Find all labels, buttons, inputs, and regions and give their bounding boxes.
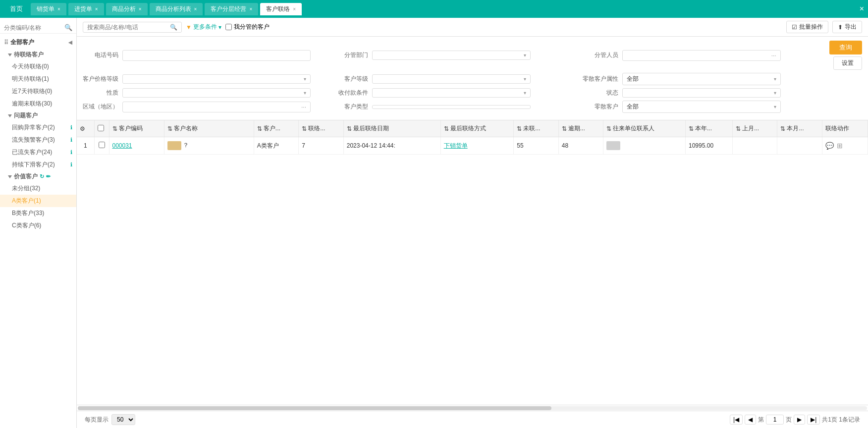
filter-person-select[interactable]: ··· [622, 50, 781, 61]
sidebar-a-class[interactable]: A类客户(1) [0, 195, 76, 207]
sidebar-declining[interactable]: 持续下滑客户(2) ℹ [0, 159, 76, 171]
prev-page-button[interactable]: ◀ [745, 415, 756, 425]
per-page-select[interactable]: 50 [111, 414, 135, 425]
nav-tab-analysis-close[interactable]: × [139, 6, 142, 12]
cell-last-method[interactable]: 下销货单 [440, 137, 514, 155]
col-checkbox-header[interactable] [94, 120, 109, 137]
sidebar-week-pending[interactable]: 近7天待联络(0) [0, 85, 76, 98]
sidebar-ungrouped[interactable]: 未分组(32) [0, 182, 76, 195]
col-not-contacted-header[interactable]: ⇅ 未联... [514, 120, 558, 137]
scrollbar-track[interactable] [78, 406, 867, 410]
filter-action-col: 查询 设置 [822, 41, 862, 70]
nav-tab-sales-close[interactable]: × [57, 6, 60, 12]
filter-region-dots-icon[interactable]: ··· [301, 104, 306, 110]
sidebar-repurchase-abnormal[interactable]: 回购异常客户(2) ℹ [0, 121, 76, 134]
first-page-button[interactable]: |◀ [730, 415, 743, 425]
sidebar-today-pending[interactable]: 今天待联络(0) [0, 60, 76, 73]
filter-payment-select[interactable]: ▾ [372, 88, 531, 98]
my-customers-checkbox[interactable]: 我分管的客户 [225, 23, 270, 31]
page-number-input[interactable] [766, 415, 784, 425]
scrollbar-thumb[interactable] [78, 406, 551, 410]
sidebar-lost-warning[interactable]: 流失预警客户(3) ℹ [0, 134, 76, 146]
select-all-checkbox[interactable] [98, 125, 104, 131]
filter-price-level-select[interactable]: ▾ [122, 74, 311, 84]
last-method-link[interactable]: 下销货单 [444, 142, 468, 149]
col-contact-header[interactable]: ⇅ 联络... [299, 120, 343, 137]
sidebar-value-edit-icon[interactable]: ✏ [46, 173, 51, 180]
col-name-label: 客户名称 [174, 124, 198, 133]
nav-tab-analysis-list-close[interactable]: × [194, 6, 197, 12]
col-last-method-header[interactable]: ⇅ 最后联络方式 [440, 120, 514, 137]
toolbar-filter-btn[interactable]: ▼ 更多条件 ▾ [186, 23, 221, 31]
nav-tab-analysis-list[interactable]: 商品分析列表 × [150, 3, 203, 15]
sidebar-pending-label: 待联络客户 [14, 51, 44, 59]
cell-action: 💬 ⊞ [822, 137, 868, 155]
cell-not-contacted: 55 [514, 137, 558, 155]
sidebar-search-input[interactable] [4, 24, 64, 31]
col-code-header[interactable]: ⇅ 客户编码 [109, 120, 164, 137]
grid-icon[interactable]: ⊞ [837, 142, 843, 150]
sidebar-value-refresh-icon[interactable]: ↻ [40, 173, 44, 180]
chat-icon[interactable]: 💬 [825, 142, 834, 150]
nav-tab-purchase[interactable]: 进货单 × [68, 3, 104, 15]
filter-retail-attr-arrow-icon: ▾ [774, 76, 776, 82]
nav-tab-customer-contact-close[interactable]: × [293, 6, 296, 12]
filter-cust-type-label: 客户类型 [332, 103, 372, 111]
col-partner-header[interactable]: ⇅ 往来单位联系人 [603, 120, 686, 137]
filter-region-select[interactable]: ··· [122, 102, 311, 112]
sidebar-all-customers-header[interactable]: ⠿ 全部客户 ◀ [0, 36, 76, 49]
filter-icon: ▼ [186, 24, 192, 31]
filter-nature-select[interactable]: ▾ [122, 88, 311, 98]
col-overdue-header[interactable]: ⇅ 逾期... [558, 120, 603, 137]
cell-checkbox[interactable] [94, 137, 109, 155]
nav-tab-customer-segment-close[interactable]: × [249, 6, 252, 12]
col-last-month-header[interactable]: ⇅ 上月... [733, 120, 777, 137]
filter-status: 状态 ▾ [583, 88, 822, 98]
nav-tab-customer-segment[interactable]: 客户分层经营 × [205, 3, 258, 15]
customer-code-link[interactable]: 000031 [112, 142, 132, 149]
filter-cust-type-select[interactable] [372, 105, 531, 109]
settings-button[interactable]: 设置 [833, 56, 862, 70]
cell-code[interactable]: 000031 [109, 137, 164, 155]
window-close-icon[interactable]: × [860, 4, 864, 13]
filter-dept-select[interactable]: ▾ [372, 51, 531, 60]
nav-tab-purchase-close[interactable]: × [95, 6, 98, 12]
sidebar-tomorrow-pending[interactable]: 明天待联络(1) [0, 73, 76, 85]
filter-row-1: 电话号码 分管部门 ▾ 分管人员 ··· [83, 41, 862, 70]
col-last-date-header[interactable]: ⇅ 最后联络日期 [343, 120, 440, 137]
gear-icon[interactable]: ⚙ [80, 125, 85, 132]
col-this-year-header[interactable]: ⇅ 本年... [686, 120, 733, 137]
col-name-header[interactable]: ⇅ 客户名称 [164, 120, 254, 137]
filter-retail-attr-select[interactable]: 全部 ▾ [622, 73, 781, 85]
filter-retail-cust-select[interactable]: 全部 ▾ [622, 101, 781, 113]
filter-person-dots-icon[interactable]: ··· [771, 52, 776, 59]
col-last-method-sort-icon: ⇅ [444, 125, 449, 132]
my-customers-check-input[interactable] [225, 24, 232, 30]
sidebar-search-container: 🔍 [0, 22, 76, 34]
next-page-button[interactable]: ▶ [794, 415, 805, 425]
sidebar-already-lost[interactable]: 已流失客户(24) ℹ [0, 146, 76, 159]
filter-cust-level-select[interactable]: ▾ [372, 74, 531, 84]
col-level-header[interactable]: ⇅ 客户... [254, 120, 298, 137]
filter-status-select[interactable]: ▾ [622, 88, 781, 98]
nav-tab-sales[interactable]: 销货单 × [31, 3, 66, 15]
toolbar-search-input[interactable] [87, 24, 168, 31]
row-checkbox[interactable] [99, 142, 105, 148]
horizontal-scrollbar[interactable] [77, 405, 868, 411]
export-button[interactable]: ⬆ 导出 [832, 21, 862, 33]
nav-home[interactable]: 首页 [4, 4, 29, 13]
sidebar-overdue-pending[interactable]: 逾期未联络(30) [0, 98, 76, 110]
col-gear-header[interactable]: ⚙ [77, 120, 94, 137]
nav-tab-analysis[interactable]: 商品分析 × [106, 3, 148, 15]
last-page-button[interactable]: ▶| [807, 415, 820, 425]
col-this-month-header[interactable]: ⇅ 本月... [777, 120, 822, 137]
col-contact-sort-icon: ⇅ [302, 125, 307, 132]
filter-phone-input[interactable] [122, 50, 311, 61]
nav-tab-customer-contact[interactable]: 客户联络 × [260, 3, 302, 15]
filter-cust-level-arrow-icon: ▾ [524, 76, 526, 82]
sidebar-c-class[interactable]: C类客户(6) [0, 219, 76, 232]
sidebar-b-class[interactable]: B类客户(33) [0, 207, 76, 219]
batch-op-button[interactable]: ☑ 批量操作 [786, 21, 828, 33]
query-button[interactable]: 查询 [829, 41, 862, 54]
table-header-row: ⚙ ⇅ 客户编码 ⇅ [77, 120, 868, 137]
